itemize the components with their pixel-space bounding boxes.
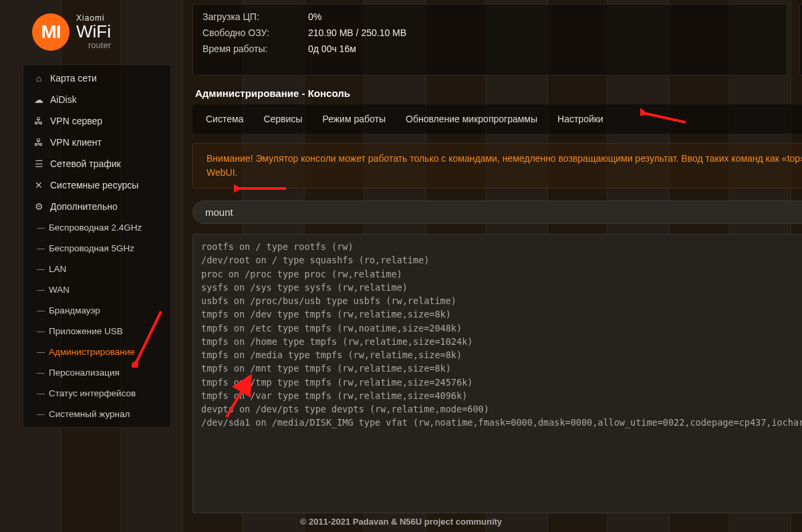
home-icon: ⌂ (33, 73, 45, 84)
console-warning: Внимание! Эмулятор консоли может работат… (192, 143, 802, 188)
system-stats-panel: Загрузка ЦП:0% Свободно ОЗУ:210.90 MB / … (192, 4, 787, 76)
gear-icon: ⚙ (33, 201, 45, 212)
logo-wifi: WiFi (76, 23, 111, 41)
sidebar-item-wlan5[interactable]: Беспроводная 5GHz (23, 238, 170, 259)
tab-settings[interactable]: Настройки (549, 108, 612, 130)
sidebar-item-syslog[interactable]: Системный журнал (23, 404, 170, 424)
cloud-icon: ☁ (33, 94, 45, 105)
footer-copyright: © 2011-2021 Padavan & N56U project commu… (0, 517, 802, 527)
vpn-server-icon: 🖧 (33, 116, 45, 126)
traffic-icon: ☰ (33, 158, 45, 169)
resources-icon: ✕ (33, 180, 45, 190)
console-command-input[interactable] (192, 201, 802, 224)
brand-logo: MI Xiaomi WiFi router (32, 13, 180, 51)
sidebar-item-vpn-server[interactable]: 🖧VPN сервер (23, 110, 170, 132)
page-title: Администрирование - Консоль (195, 88, 802, 99)
ram-label: Свободно ОЗУ: (203, 27, 308, 38)
sidebar-item-more[interactable]: ⚙Дополнительно (23, 196, 170, 217)
sidebar-item-wlan24[interactable]: Беспроводная 2.4GHz (23, 217, 170, 238)
tab-services[interactable]: Сервисы (255, 108, 310, 130)
tab-firmware[interactable]: Обновление микропрограммы (398, 108, 545, 130)
mi-logo-icon: MI (32, 13, 70, 51)
tab-system[interactable]: Система (198, 108, 251, 130)
sidebar-item-iface-status[interactable]: Статус интерфейсов (23, 383, 170, 404)
sidebar-item-aidisk[interactable]: ☁AiDisk (23, 89, 170, 110)
sidebar-item-vpn-client[interactable]: 🖧VPN клиент (23, 132, 170, 153)
admin-tabs: Система Сервисы Режим работы Обновление … (192, 104, 802, 134)
vpn-client-icon: 🖧 (33, 137, 45, 148)
network-panel: Гостевая: 2.4GHz 5GHz Микропрограмма: 3.… (799, 4, 802, 76)
cpu-value: 0% (308, 11, 321, 22)
sidebar-item-personalization[interactable]: Персонализация (23, 362, 170, 383)
uptime-label: Время работы: (203, 43, 308, 54)
ram-value: 210.90 MB / 250.10 MB (308, 27, 406, 38)
sidebar: ⌂Карта сети ☁AiDisk 🖧VPN сервер 🖧VPN кли… (23, 64, 171, 428)
console-output[interactable]: rootfs on / type rootfs (rw) /dev/root o… (192, 234, 802, 513)
sidebar-item-wan[interactable]: WAN (23, 279, 170, 300)
cpu-label: Загрузка ЦП: (203, 11, 308, 22)
logo-router: router (76, 41, 111, 50)
sidebar-item-lan[interactable]: LAN (23, 259, 170, 279)
sidebar-item-network-map[interactable]: ⌂Карта сети (23, 68, 170, 89)
sidebar-item-sysres[interactable]: ✕Системные ресурсы (23, 174, 170, 196)
uptime-value: 0д 00ч 16м (308, 43, 356, 54)
sidebar-item-traffic[interactable]: ☰Сетевой трафик (23, 153, 170, 174)
sidebar-item-usb-app[interactable]: Приложение USB (23, 321, 170, 342)
tab-mode[interactable]: Режим работы (314, 108, 394, 130)
sidebar-item-firewall[interactable]: Брандмауэр (23, 300, 170, 321)
sidebar-item-admin[interactable]: Администрирование (23, 342, 170, 362)
